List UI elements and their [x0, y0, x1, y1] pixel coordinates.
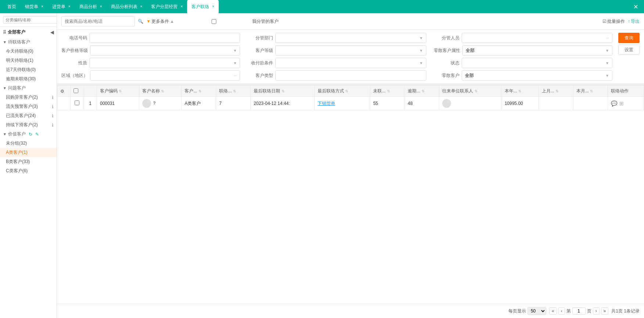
price-level-arrow: ▼ — [233, 49, 237, 53]
close-product-analysis-icon[interactable]: × — [100, 0, 102, 13]
cell-customer-code[interactable]: 000031 — [97, 97, 139, 110]
edit-icon[interactable]: ✎ — [35, 132, 39, 137]
dept-dropdown[interactable]: ▼ — [275, 33, 426, 43]
sort-icon[interactable]: ⇅ — [119, 89, 122, 93]
select-all-checkbox[interactable] — [74, 88, 78, 93]
sort-icon12[interactable]: ⇅ — [590, 89, 593, 93]
sort-icon6[interactable]: ⇅ — [345, 89, 348, 93]
sidebar-search-input[interactable] — [3, 16, 57, 24]
col-overdue-days[interactable]: 逾期... ⇅ — [405, 86, 439, 97]
manager-dropdown[interactable]: ··· — [462, 33, 612, 43]
customer-type-input[interactable] — [275, 70, 426, 81]
next-page-button[interactable]: › — [593, 307, 600, 315]
sidebar-item-c-class[interactable]: C类客户(6) — [0, 166, 57, 176]
close-sales-order-icon[interactable]: × — [41, 0, 43, 13]
sidebar-item-unclassified[interactable]: 未分组(32) — [0, 139, 57, 148]
col-current-month[interactable]: 本月... ⇅ — [573, 86, 608, 97]
export-button[interactable]: ↑ 导出 — [628, 18, 640, 25]
col-customer-type[interactable]: 客户... ⇅ — [182, 86, 216, 97]
sort-icon2[interactable]: ⇅ — [161, 89, 164, 93]
cell-last-contact-method[interactable]: 下销货单 — [314, 97, 370, 110]
sort-icon8[interactable]: ⇅ — [422, 89, 425, 93]
col-current-year[interactable]: 本年... ⇅ — [501, 86, 539, 97]
chat-icon[interactable]: 💬 — [611, 100, 617, 106]
nav-sales-order[interactable]: 销货单 × — [21, 0, 48, 13]
pending-contact-group[interactable]: ▼ 待联络客户 — [0, 38, 57, 47]
nav-product-analysis[interactable]: 商品分析 × — [75, 0, 107, 13]
search-input[interactable] — [61, 16, 135, 26]
value-customer-group[interactable]: ▼ 价值客户 ↻ ✎ — [0, 130, 57, 139]
col-last-contact-method[interactable]: 最后联络方式 ⇅ — [314, 86, 370, 97]
close-purchase-order-icon[interactable]: × — [68, 0, 71, 13]
sidebar-item-b-class[interactable]: B类客户(33) — [0, 157, 57, 166]
sort-icon11[interactable]: ⇅ — [555, 89, 558, 93]
nav-customer-contact[interactable]: 客户联络 × — [187, 0, 219, 13]
query-button[interactable]: 查询 — [618, 33, 640, 43]
status-dropdown[interactable]: ▼ — [462, 58, 612, 68]
sidebar-item-a-class[interactable]: A类客户(1) — [0, 148, 57, 157]
col-customer-code[interactable]: 客户编码 ⇅ — [97, 86, 139, 97]
col-no-contact-days[interactable]: 未联... ⇅ — [370, 86, 405, 97]
nav-product-analysis-list[interactable]: 商品分析列表 × — [107, 0, 147, 13]
table-row: 1 000031 ？ A类客户 7 — [57, 97, 644, 110]
sidebar-item-churn-warning[interactable]: 流失预警客户(3) ℹ — [0, 102, 57, 111]
settings-button[interactable]: 设置 — [618, 45, 640, 55]
nav-home[interactable]: 首页 — [3, 0, 21, 13]
sort-icon9[interactable]: ⇅ — [475, 89, 477, 93]
sidebar-search-area: 🔍 — [0, 13, 57, 27]
customer-level-dropdown[interactable]: ▼ — [275, 45, 426, 56]
sort-icon4[interactable]: ⇅ — [233, 89, 236, 93]
region-dots-icon: ··· — [234, 74, 237, 78]
col-contact-count[interactable]: 联络... ⇅ — [216, 86, 251, 97]
my-customer-checkbox[interactable] — [177, 19, 251, 24]
sidebar-item-declining[interactable]: 持续下滑客户(2) ℹ — [0, 120, 57, 130]
sidebar-item-overdue-contact[interactable]: 逾期未联络(30) — [0, 74, 57, 84]
page-input[interactable] — [572, 307, 586, 315]
first-page-button[interactable]: « — [549, 307, 557, 315]
sidebar-item-today-contact[interactable]: 今天待联络(0) — [0, 47, 57, 56]
close-customer-segment-icon[interactable]: × — [180, 0, 183, 13]
filter-payment: 收付款条件 ▼ — [247, 58, 426, 68]
close-customer-contact-icon[interactable]: × — [212, 0, 214, 13]
search-submit-icon[interactable]: 🔍 — [138, 19, 143, 24]
more-filter-button[interactable]: ▼ 更多条件 ▲ — [146, 18, 174, 25]
pagination: 每页显示 50 100 200 « ‹ 第 页 › » 共1页 1条记录 — [57, 304, 644, 318]
nature-dropdown[interactable]: ▼ — [89, 58, 240, 68]
refresh-icon[interactable]: ↻ — [29, 132, 32, 137]
sidebar-item-tomorrow-contact[interactable]: 明天待联络(1) — [0, 56, 57, 65]
all-customers-header[interactable]: ⠿ 全部客户 ◀ — [0, 27, 57, 38]
sort-icon7[interactable]: ⇅ — [387, 89, 390, 93]
nav-customer-segment[interactable]: 客户分层经营 × — [147, 0, 187, 13]
last-page-button[interactable]: » — [601, 307, 609, 315]
problem-customer-group[interactable]: ▼ 问题客户 — [0, 84, 57, 93]
qr-icon[interactable]: ⊞ — [619, 100, 624, 106]
per-page-area: 每页显示 50 100 200 — [508, 307, 546, 315]
phone-input[interactable] — [89, 33, 240, 43]
col-settings[interactable]: ⚙ — [57, 86, 71, 97]
close-product-analysis-list-icon[interactable]: × — [140, 0, 143, 13]
col-last-contact-date[interactable]: 最后联络日期 ⇅ — [251, 86, 315, 97]
price-level-dropdown[interactable]: ▼ — [90, 45, 240, 56]
window-close-icon[interactable]: ✕ — [630, 4, 641, 10]
col-contacts[interactable]: 往来单位联系人 ⇅ — [439, 86, 501, 97]
per-page-select[interactable]: 50 100 200 — [527, 307, 546, 315]
region-dropdown[interactable]: ··· — [90, 70, 240, 81]
retail-attr-dropdown[interactable]: 全部 ▼ — [462, 45, 612, 56]
col-last-month[interactable]: 上月... ⇅ — [539, 86, 573, 97]
prev-page-button[interactable]: ‹ — [558, 307, 565, 315]
col-customer-name[interactable]: 客户名称 ⇅ — [139, 86, 182, 97]
sidebar-item-7days-contact[interactable]: 近7天待联络(0) — [0, 65, 57, 74]
sidebar-item-abnormal-repurchase[interactable]: 回购异常客户(2) ℹ — [0, 93, 57, 102]
sidebar: 🔍 ⠿ 全部客户 ◀ ▼ 待联络客户 今天待联络(0) 明天待联络(1) 近7天… — [0, 13, 57, 318]
collapse-icon[interactable]: ◀ — [50, 30, 54, 35]
sidebar-item-churned[interactable]: 已流失客户(24) ℹ — [0, 111, 57, 120]
content-area: 🔍 ▼ 更多条件 ▲ 我分管的客户 ☑ 批量操作 ↑ 导出 — [57, 13, 644, 318]
payment-dropdown[interactable]: ▼ — [275, 58, 426, 68]
sort-icon10[interactable]: ⇅ — [518, 89, 521, 93]
sort-icon5[interactable]: ⇅ — [282, 89, 285, 93]
nav-purchase-order[interactable]: 进货单 × — [48, 0, 75, 13]
batch-operation-button[interactable]: ☑ 批量操作 — [602, 18, 625, 25]
row-checkbox[interactable] — [75, 100, 79, 105]
sort-icon3[interactable]: ⇅ — [198, 89, 201, 93]
retail-customer-dropdown[interactable]: 全部 ▼ — [462, 70, 612, 81]
